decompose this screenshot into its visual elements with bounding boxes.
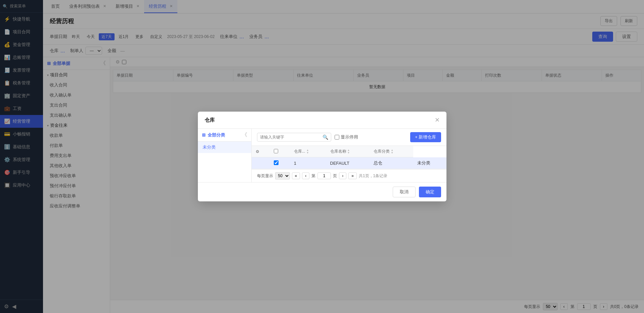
modal-total-records: 共1页，1条记录 [359,173,387,179]
sort-icon: ▲▼ [391,149,393,154]
modal-per-page-select[interactable]: 50 [275,172,290,180]
show-disabled-label: 显示停用 [341,134,358,140]
row-name-cell: 总仓 [370,157,413,169]
modal-search-input[interactable] [260,135,320,140]
modal-prev-page-btn[interactable]: ‹ [302,172,309,179]
modal-table-row[interactable]: 1 DEFAULT 总仓 未分类 [252,157,446,169]
row-gear-cell [252,157,270,169]
show-disabled-container: 显示停用 [335,134,358,140]
modal-title: 仓库 [205,117,215,123]
sort-icon: ▲▼ [306,149,309,154]
row-checkbox-cell[interactable] [270,157,290,169]
modal-per-page-label: 每页显示 [257,173,273,179]
modal-category-item[interactable]: 未分类 [198,142,251,153]
confirm-button[interactable]: 确定 [419,187,441,197]
warehouse-modal: 仓库 ✕ ⊞ 全部分类 《 未分类 [198,112,446,201]
modal-left-header: ⊞ 全部分类 《 [198,129,251,142]
modal-actions: 取消 确定 [198,182,446,201]
show-disabled-checkbox[interactable] [335,135,339,140]
modal-col-checkbox [270,146,290,157]
modal-next-page-btn[interactable]: › [339,172,346,179]
modal-table-wrapper: ⚙仓库...▲▼仓库名称▲▼仓库分类▲▼ 1 DEFAULT 总仓 未分类 [252,146,446,169]
modal-all-category: ⊞ 全部分类 [202,132,225,138]
modal-body: ⊞ 全部分类 《 未分类 🔍 [198,129,446,182]
modal-page-input[interactable] [317,172,331,179]
modal-pagination: 每页显示 50 « ‹ 第 页 › » 共1页，1条记录 [257,172,388,180]
row-checkbox[interactable] [274,160,278,165]
modal-page-suffix: 页 [333,173,337,179]
row-code-cell: DEFAULT [326,157,370,169]
modal-left-items: 未分类 [198,142,251,153]
all-category-label: 全部分类 [208,132,225,138]
modal-col-name[interactable]: 仓库名称▲▼ [326,146,370,157]
category-grid-icon: ⊞ [202,132,206,138]
modal-table: ⚙仓库...▲▼仓库名称▲▼仓库分类▲▼ 1 DEFAULT 总仓 未分类 [252,146,446,169]
modal-header: 仓库 ✕ [198,112,446,129]
modal-page-label: 第 [311,173,315,179]
cancel-button[interactable]: 取消 [393,187,416,197]
sort-icon: ▲▼ [347,149,350,154]
row-category-cell: 未分类 [413,157,446,169]
modal-overlay: 仓库 ✕ ⊞ 全部分类 《 未分类 [0,0,644,313]
modal-select-all[interactable] [274,149,278,153]
modal-col-gear-icon[interactable]: ⚙ [256,149,259,154]
modal-col-settings: ⚙ [252,146,270,157]
add-warehouse-button[interactable]: + 新增仓库 [410,132,441,142]
modal-last-page-btn[interactable]: » [348,172,357,179]
modal-footer: 每页显示 50 « ‹ 第 页 › » 共1页，1条记录 [252,169,446,182]
modal-col-code[interactable]: 仓库...▲▼ [290,146,326,157]
modal-left-collapse-btn[interactable]: 《 [242,131,247,139]
modal-col-category[interactable]: 仓库分类▲▼ [370,146,413,157]
modal-search-icon: 🔍 [323,134,328,140]
modal-close-btn[interactable]: ✕ [435,116,440,124]
modal-first-page-btn[interactable]: « [292,172,300,179]
modal-search-box: 🔍 [257,133,331,142]
modal-toolbar: 🔍 显示停用 + 新增仓库 [252,129,446,146]
modal-right-panel: 🔍 显示停用 + 新增仓库 ⚙仓库...▲▼仓库名称▲▼仓库分类▲▼ [252,129,446,182]
row-id-cell: 1 [290,157,326,169]
modal-left-panel: ⊞ 全部分类 《 未分类 [198,129,252,182]
